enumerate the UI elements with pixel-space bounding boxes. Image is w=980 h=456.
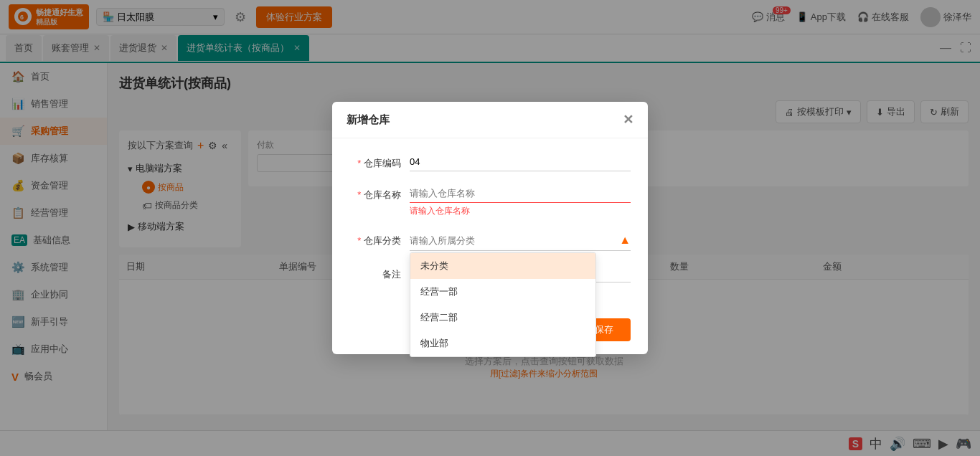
- dialog-title: 新增仓库: [347, 113, 390, 127]
- name-error-msg: 请输入仓库名称: [410, 205, 631, 217]
- code-input[interactable]: [410, 153, 631, 171]
- name-control: 请输入仓库名称: [410, 184, 631, 217]
- name-input[interactable]: [410, 184, 631, 203]
- name-label: 仓库名称: [349, 184, 401, 201]
- code-field-row: 仓库编码: [349, 153, 631, 171]
- dropdown-item-dept2[interactable]: 经营二部: [410, 305, 595, 331]
- chevron-up-icon[interactable]: ▲: [619, 234, 631, 247]
- code-control: [410, 153, 631, 171]
- dropdown-item-unclassified[interactable]: 未分类: [410, 253, 595, 279]
- code-label: 仓库编码: [349, 153, 401, 170]
- dropdown-item-dept1[interactable]: 经营一部: [410, 279, 595, 305]
- dropdown-item-property[interactable]: 物业部: [410, 331, 595, 356]
- dialog-header: 新增仓库 ✕: [332, 102, 648, 138]
- name-field-row: 仓库名称 请输入仓库名称: [349, 184, 631, 217]
- category-label: 仓库分类: [349, 230, 401, 247]
- category-input[interactable]: [410, 235, 616, 246]
- modal-overlay[interactable]: 新增仓库 ✕ 仓库编码 仓库名称 请输入仓库名称 仓库分类: [0, 0, 980, 456]
- add-warehouse-dialog: 新增仓库 ✕ 仓库编码 仓库名称 请输入仓库名称 仓库分类: [332, 102, 648, 354]
- remark-label: 备注: [349, 264, 401, 281]
- dialog-body: 仓库编码 仓库名称 请输入仓库名称 仓库分类 ▲: [332, 138, 648, 310]
- dialog-close-btn[interactable]: ✕: [623, 112, 633, 128]
- category-dropdown: 未分类 经营一部 经营二部 物业部: [410, 252, 596, 357]
- category-field-row: 仓库分类 ▲ 未分类 经营一部 经营二部 物业部: [349, 230, 631, 251]
- category-control: ▲ 未分类 经营一部 经营二部 物业部: [410, 230, 631, 251]
- category-select-wrap[interactable]: ▲: [410, 230, 631, 251]
